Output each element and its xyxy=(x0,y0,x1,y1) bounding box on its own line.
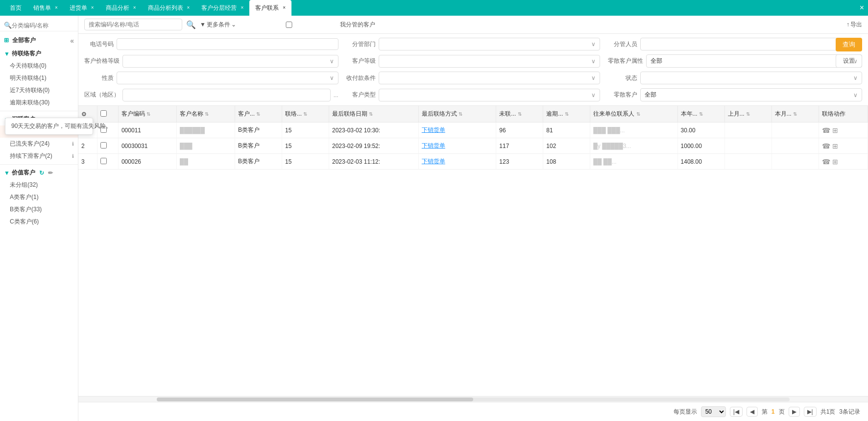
grid-icon: ⊞ xyxy=(4,37,9,44)
search-input[interactable] xyxy=(84,19,182,30)
window-close-button[interactable]: × xyxy=(860,3,864,12)
payment-select[interactable]: ∨ xyxy=(379,72,601,84)
nature-select[interactable]: ∨ xyxy=(117,72,338,84)
filter-customer-type: 客户类型 ∨ xyxy=(346,89,601,101)
prev-page-button[interactable]: ◀ xyxy=(747,407,758,417)
th-this-month[interactable]: 本月... ⇅ xyxy=(772,106,819,123)
sidebar-item-overdue-contact[interactable]: 逾期未联络(30) xyxy=(0,97,78,109)
settings-button[interactable]: 设置 xyxy=(836,54,862,68)
search-button[interactable]: 🔍 xyxy=(186,20,196,29)
sidebar-search-input[interactable] xyxy=(12,22,78,29)
th-customer-name[interactable]: 客户名称 ⇅ xyxy=(176,106,235,123)
region-dots[interactable]: ... xyxy=(334,92,338,99)
status-select[interactable]: ∨ xyxy=(640,72,862,84)
row-code-0: 000011 xyxy=(118,123,176,138)
filter-region: 区域（地区） ... xyxy=(84,89,338,101)
th-contact-count[interactable]: 联络... ⇅ xyxy=(282,106,329,123)
row-index-2: 3 xyxy=(78,154,97,170)
filter-scattered: 零散客户 全部 ∨ xyxy=(608,88,862,101)
sidebar-all-customers[interactable]: ⊞ 全部客户 « xyxy=(0,33,78,48)
th-this-year[interactable]: 本年... ⇅ xyxy=(677,106,724,123)
th-action: 联络动作 xyxy=(819,106,868,123)
sidebar-item-class-c[interactable]: C类客户(6) xyxy=(0,216,78,228)
sidebar-item-today[interactable]: 今天待联络(0) xyxy=(0,60,78,72)
th-uncontacted[interactable]: 未联... ⇅ xyxy=(496,106,543,123)
last-method-link-2[interactable]: 下销货单 xyxy=(422,158,445,165)
th-customer-code[interactable]: 客户编码 ⇅ xyxy=(118,106,176,123)
nav-analysis-list[interactable]: 商品分析列表 × xyxy=(142,0,196,16)
row-this-year-2: 1408.00 xyxy=(677,154,724,170)
price-tier-select[interactable]: ∨ xyxy=(122,55,338,68)
sidebar-item-ungrouped[interactable]: 未分组(32) xyxy=(0,179,78,191)
action-contact-icon-0[interactable]: ☎ xyxy=(822,126,830,134)
row-actions-1: ☎ ⊞ xyxy=(819,138,868,154)
action-more-icon-1[interactable]: ⊞ xyxy=(832,142,838,150)
nav-customer-contact[interactable]: 客户联系 × xyxy=(249,0,291,16)
customer-type-select[interactable]: ∨ xyxy=(379,89,601,101)
sidebar-item-churned[interactable]: 已流失客户(24) ℹ xyxy=(0,138,78,150)
close-customer-contact-tab[interactable]: × xyxy=(283,0,286,16)
th-customer-type[interactable]: 客户... ⇅ xyxy=(235,106,282,123)
th-last-contact-method[interactable]: 最后联络方式 ⇅ xyxy=(418,106,496,123)
scattered-select[interactable]: 全部 ∨ xyxy=(640,88,862,101)
refresh-icon[interactable]: ↻ xyxy=(39,170,44,176)
last-method-link-0[interactable]: 下销货单 xyxy=(422,126,445,133)
nav-customer-tier[interactable]: 客户分层经营 × xyxy=(195,0,249,16)
sidebar-item-tomorrow[interactable]: 明天待联络(1) xyxy=(0,72,78,84)
last-page-button[interactable]: ▶| xyxy=(804,407,817,417)
row-contacts-1: █y █████3... xyxy=(590,138,677,154)
filter-nature: 性质 ∨ xyxy=(84,72,338,84)
sidebar-item-7days[interactable]: 近7天待联络(0) xyxy=(0,84,78,97)
first-page-button[interactable]: |◀ xyxy=(730,407,743,417)
table-row: 1 000011 ██████ B类客户 15 2023-03-02 10:30… xyxy=(78,123,868,138)
next-page-button[interactable]: ▶ xyxy=(789,407,800,417)
close-analysis-list-tab[interactable]: × xyxy=(187,0,190,16)
sidebar-item-declining[interactable]: 持续下滑客户(2) ℹ xyxy=(0,150,78,162)
scattered-attr-select[interactable]: 全部 ∨ xyxy=(646,54,862,68)
row-overdue-0: 81 xyxy=(543,123,590,138)
sidebar-section-pending[interactable]: ▼ 待联络客户 xyxy=(0,48,78,60)
person-select[interactable] xyxy=(640,38,854,50)
nav-purchase[interactable]: 进货单 × xyxy=(64,0,100,16)
more-conditions-button[interactable]: ▼ 更多条件 ⌄ xyxy=(200,21,236,29)
th-contacts[interactable]: 往来单位联系人 ⇅ xyxy=(590,106,677,123)
sidebar-item-class-a[interactable]: A类客户(1) xyxy=(0,191,78,203)
select-all-checkbox[interactable] xyxy=(100,110,107,117)
nav-home[interactable]: 首页 xyxy=(4,0,27,16)
my-customers-checkbox[interactable] xyxy=(240,22,338,28)
query-button[interactable]: 查询 xyxy=(836,38,862,51)
close-purchase-tab[interactable]: × xyxy=(91,0,94,16)
export-button[interactable]: ↑ 导出 xyxy=(846,21,862,29)
action-contact-icon-2[interactable]: ☎ xyxy=(822,158,830,166)
sidebar-section-value[interactable]: ▼ 价值客户 ↻ ✏ xyxy=(0,167,78,179)
scattered-arrow-icon: ∨ xyxy=(853,92,858,99)
action-contact-icon-1[interactable]: ☎ xyxy=(822,142,830,150)
row-actions-2: ☎ ⊞ xyxy=(819,154,868,170)
action-more-icon-0[interactable]: ⊞ xyxy=(832,126,838,134)
close-sales-tab[interactable]: × xyxy=(55,0,58,16)
th-last-month[interactable]: 上月... ⇅ xyxy=(724,106,772,123)
close-customer-tier-tab[interactable]: × xyxy=(241,0,243,16)
row-name-1: ███ xyxy=(176,138,235,154)
nav-analysis[interactable]: 商品分析 × xyxy=(100,0,142,16)
row-select-1[interactable] xyxy=(100,142,107,149)
per-page-select[interactable]: 50 100 200 xyxy=(701,406,726,417)
sidebar-search-area: 🔍 xyxy=(0,20,78,31)
edit-icon[interactable]: ✏ xyxy=(48,170,53,176)
th-last-contact-date[interactable]: 最后联络日期 ⇅ xyxy=(329,106,419,123)
horizontal-scrollbar[interactable] xyxy=(78,396,868,402)
region-select[interactable] xyxy=(122,89,331,101)
status-arrow-icon: ∨ xyxy=(853,74,858,81)
th-overdue[interactable]: 逾期... ⇅ xyxy=(543,106,590,123)
nav-sales[interactable]: 销售单 × xyxy=(27,0,64,16)
action-more-icon-2[interactable]: ⊞ xyxy=(832,158,838,166)
table-header-row: ⚙ 客户编码 ⇅ 客户名称 ⇅ 客户... ⇅ 联络... ⇅ 最后联络日期 ⇅… xyxy=(78,106,868,123)
row-type-0: B类客户 xyxy=(235,123,282,138)
dept-select[interactable]: ∨ xyxy=(379,38,601,50)
customer-tier-select[interactable]: ∨ xyxy=(379,55,601,68)
close-analysis-tab[interactable]: × xyxy=(133,0,136,16)
sidebar-item-class-b[interactable]: B类客户(33) xyxy=(0,203,78,216)
row-select-2[interactable] xyxy=(100,158,107,164)
last-method-link-1[interactable]: 下销货单 xyxy=(422,142,445,149)
phone-input[interactable] xyxy=(117,38,338,50)
